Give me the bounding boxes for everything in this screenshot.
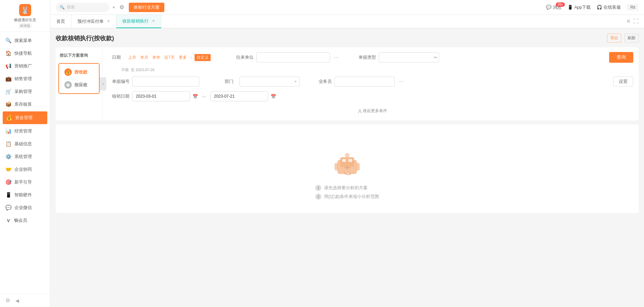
topbar-gear-icon[interactable]: ⚙: [119, 4, 124, 10]
voucher-type-select[interactable]: [379, 52, 439, 62]
topbar-app-download[interactable]: 📱 App下载: [568, 4, 591, 10]
topbar-message[interactable]: 💬 消息 99+: [546, 4, 561, 10]
dept-field: 部门: [225, 76, 300, 87]
verify-date-to-cal-icon[interactable]: 📅: [271, 94, 276, 99]
sidebar-item-system[interactable]: ⚙️ 系统管理: [0, 150, 50, 163]
settings-button[interactable]: 设置: [613, 76, 633, 87]
verify-date-from-group: 📅: [132, 91, 198, 101]
refresh-button[interactable]: 刷新: [625, 34, 639, 43]
sidebar-item-finance[interactable]: 💰 资金管理: [3, 111, 47, 124]
voucher-type-label: 单据类型: [359, 54, 376, 60]
settings-icon[interactable]: ⚙: [5, 297, 10, 304]
tab-collection-close-icon[interactable]: ✕: [152, 19, 155, 23]
date-shortcuts: 上月 本月 本年 近7天 更多 | 自定义: [127, 54, 211, 61]
page-header: 收款核销执行(按收款) 导出 刷新: [56, 34, 639, 43]
guide-icon: 🎯: [5, 179, 12, 185]
tab-home-label: 首页: [56, 18, 65, 24]
topbar-search-text: 搜索: [67, 4, 75, 10]
empty-state: 1 请先选择要分析的方案 2 用[过滤]条件来缩小分析范围: [56, 124, 639, 213]
filter-option-by-receivable[interactable]: 🕐 按应收: [59, 79, 99, 91]
search-menu-icon: 🔍: [5, 38, 12, 44]
date-label: 日期: [112, 54, 124, 60]
collapse-more-button[interactable]: ⋀ 收起更多条件: [112, 106, 633, 116]
app-icon: 📱: [568, 5, 573, 10]
date-shortcut-this-year[interactable]: 本年: [151, 54, 162, 61]
collapse-chevron-up-icon: ⋀: [358, 109, 362, 113]
date-shortcut-last-month[interactable]: 上月: [127, 54, 138, 61]
tabbar-close-icon[interactable]: ✕: [626, 18, 631, 24]
query-button[interactable]: 查询: [609, 52, 633, 63]
page-content: 收款核销执行(按收款) 导出 刷新 按以下方案查询 💰 按收款 🕐 按应收: [50, 28, 644, 307]
topbar-user[interactable]: Rit: [627, 4, 639, 11]
voucher-no-input[interactable]: [132, 76, 199, 87]
staff-label: 业务员: [319, 79, 332, 85]
sales-icon: 💼: [5, 76, 12, 82]
sidebar-item-purchase[interactable]: 🛒 采购管理: [0, 85, 50, 98]
industry-solution-button[interactable]: 体验行业方案: [129, 3, 164, 12]
svg-rect-3: [348, 159, 352, 162]
filter-sidebar-collapse-icon[interactable]: »: [100, 77, 106, 91]
verify-date-to-input[interactable]: [210, 91, 268, 101]
staff-dots-icon[interactable]: ···: [397, 79, 405, 85]
filter-form: 日期 上月 本月 本年 近7天 更多 | 自定义 往来单位: [107, 47, 639, 120]
sidebar-item-guide[interactable]: 🎯 新手引导: [0, 176, 50, 189]
date-shortcut-custom[interactable]: 自定义: [195, 54, 211, 61]
sidebar-item-quick-nav[interactable]: 🏠 快捷导航: [0, 47, 50, 60]
topbar-service[interactable]: 🎧 在线客服: [597, 4, 621, 10]
date-shortcut-this-month[interactable]: 本月: [139, 54, 150, 61]
dept-select[interactable]: [239, 76, 300, 87]
sidebar-item-hardware[interactable]: 📱 智能硬件: [0, 189, 50, 201]
sidebar-item-label: 营销推广: [14, 63, 32, 69]
verify-date-from-input[interactable]: [132, 91, 190, 101]
tab-prepay[interactable]: 预付冲应付单 ✕: [71, 15, 116, 28]
sidebar-item-member[interactable]: V 畅会员: [0, 214, 50, 227]
counterpart-field: 往来单位 ···: [236, 52, 340, 62]
sidebar-item-label: 快捷导航: [14, 50, 32, 56]
tabbar-expand-icon[interactable]: ⛶: [633, 18, 639, 24]
basic-info-icon: 📋: [5, 141, 12, 147]
voucher-no-field: 单据编号: [112, 76, 199, 87]
sidebar-item-marketing[interactable]: 📢 营销推广: [0, 60, 50, 72]
tab-collection[interactable]: 收款核销执行 ✕: [116, 15, 161, 28]
tab-prepay-close-icon[interactable]: ✕: [107, 19, 110, 23]
voucher-no-label: 单据编号: [112, 79, 129, 85]
logo-icon: 🐰: [19, 4, 31, 16]
topbar-search-icon: 🔍: [60, 5, 65, 10]
svg-rect-7: [357, 163, 360, 170]
sidebar-item-search-menu[interactable]: 🔍 搜索菜单: [0, 34, 50, 47]
date-shortcut-more[interactable]: 更多: [177, 54, 188, 61]
sidebar-item-basic-info[interactable]: 📋 基础信息: [0, 138, 50, 150]
filter-option-by-collection[interactable]: 💰 按收款: [59, 66, 99, 79]
app-label: App下载: [574, 4, 591, 10]
filter-option-collection-label: 按收款: [74, 69, 88, 75]
counterpart-dots-icon[interactable]: ···: [333, 54, 340, 60]
verify-date-label: 核销日期: [112, 93, 129, 99]
filter-row-3: 核销日期 📅 — 📅: [112, 91, 633, 101]
sidebar-item-label: 销售管理: [14, 76, 32, 82]
sidebar-item-operation[interactable]: 📊 经营管理: [0, 125, 50, 138]
counterpart-label: 往来单位: [236, 54, 254, 60]
topbar: 🔍 搜索 ▾ ⚙ 体验行业方案 💬 消息 99+ 📱 App下载 🎧 在线客服 …: [50, 0, 644, 15]
tip-text-2: 用[过滤]条件来缩小分析范围: [324, 194, 379, 200]
date-shortcut-7days[interactable]: 近7天: [163, 54, 176, 61]
sidebar-item-enterprise[interactable]: 🤝 企业协同: [0, 163, 50, 176]
sidebar-item-inventory[interactable]: 📦 库存核算: [0, 98, 50, 111]
export-button[interactable]: 导出: [607, 34, 621, 43]
svg-rect-1: [340, 157, 354, 167]
verify-date-from-cal-icon[interactable]: 📅: [193, 94, 198, 99]
sidebar-footer: ⚙ ◀: [0, 294, 50, 307]
home-icon: 🏠: [5, 50, 12, 56]
tip-text-1: 请先选择要分析的方案: [324, 185, 368, 191]
date-field: 日期 上月 本月 本年 近7天 更多 | 自定义: [112, 54, 211, 61]
topbar-chevron-icon: ▾: [113, 5, 115, 10]
collapse-sidebar-icon[interactable]: ◀: [15, 298, 19, 303]
empty-illustration: [330, 145, 364, 178]
sidebar-item-wechat[interactable]: 💬 企业微信: [0, 201, 50, 214]
tab-home[interactable]: 首页: [50, 15, 71, 28]
counterpart-input[interactable]: [256, 52, 330, 62]
sidebar-item-sales[interactable]: 💼 销售管理: [0, 72, 50, 85]
topbar-search-box: 🔍 搜索: [56, 3, 109, 12]
sidebar-item-label: 经营管理: [14, 128, 32, 134]
date-to-text: 至 2023-07-26: [131, 67, 154, 72]
staff-input[interactable]: [334, 76, 395, 87]
